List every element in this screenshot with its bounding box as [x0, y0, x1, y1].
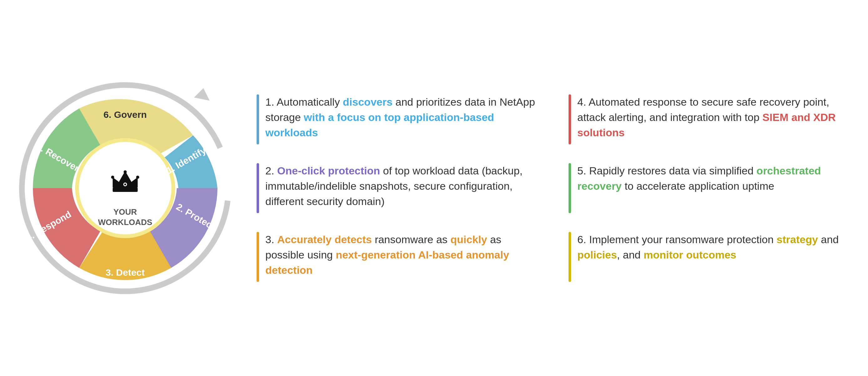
- card-5-orchestrated: orchestrated recovery: [577, 165, 821, 192]
- main-container: YOUR WORKLOADS 1. Identify 2. Protect 3.…: [19, 82, 849, 295]
- card-bar-2: [256, 163, 259, 213]
- card-bar-1: [256, 94, 259, 144]
- svg-text:6. Govern: 6. Govern: [103, 109, 147, 120]
- svg-text:WORKLOADS: WORKLOADS: [98, 217, 152, 227]
- card-1-discovers: discovers: [343, 96, 393, 108]
- card-bar-6: [568, 232, 571, 282]
- svg-marker-1: [194, 88, 210, 101]
- card-identify: 1. Automatically discovers and prioritiz…: [256, 94, 537, 144]
- svg-point-9: [124, 183, 126, 185]
- svg-point-5: [124, 170, 127, 173]
- svg-text:3. Detect: 3. Detect: [105, 267, 145, 278]
- card-detect: 3. Accurately detects ransomware as quic…: [256, 232, 537, 282]
- card-4-number: 4.: [577, 96, 589, 108]
- card-bar-5: [568, 163, 571, 213]
- card-3-ai: next-generation AI-based anomaly detecti…: [265, 249, 509, 276]
- card-1-number: 1.: [265, 96, 277, 108]
- card-4-siem: SIEM and XDR solutions: [577, 111, 836, 138]
- cards-grid: 1. Automatically discovers and prioritiz…: [256, 94, 849, 282]
- card-respond: 4. Automated response to secure safe rec…: [568, 94, 849, 144]
- card-body-4: 4. Automated response to secure safe rec…: [577, 94, 849, 144]
- svg-point-6: [111, 176, 114, 179]
- card-6-number: 6.: [577, 234, 589, 245]
- card-1-focus: with a focus on top application-based wo…: [265, 111, 494, 138]
- card-6-strategy: strategy: [777, 234, 818, 245]
- wheel-diagram: YOUR WORKLOADS 1. Identify 2. Protect 3.…: [19, 82, 231, 295]
- card-bar-3: [256, 232, 259, 282]
- card-govern: 6. Implement your ransomware protection …: [568, 232, 849, 282]
- card-3-detects: Accurately detects: [277, 234, 372, 245]
- card-6-monitor: monitor outcomes: [644, 249, 737, 261]
- card-protect: 2. One-click protection of top workload …: [256, 163, 537, 213]
- card-body-6: 6. Implement your ransomware protection …: [577, 232, 849, 282]
- svg-rect-4: [113, 187, 138, 192]
- card-3-quickly: quickly: [451, 234, 487, 245]
- card-6-policies: policies: [577, 249, 617, 261]
- card-body-3: 3. Accurately detects ransomware as quic…: [265, 232, 537, 282]
- svg-point-7: [136, 176, 139, 179]
- card-2-oneclick: One-click protection: [277, 165, 380, 177]
- card-body-5: 5. Rapidly restores data via simplified …: [577, 163, 849, 213]
- svg-text:YOUR: YOUR: [113, 207, 137, 216]
- card-bar-4: [568, 94, 571, 144]
- card-2-number: 2.: [265, 165, 277, 177]
- card-3-number: 3.: [265, 234, 277, 245]
- card-body-1: 1. Automatically discovers and prioritiz…: [265, 94, 537, 144]
- card-recover: 5. Rapidly restores data via simplified …: [568, 163, 849, 213]
- card-body-2: 2. One-click protection of top workload …: [265, 163, 537, 213]
- card-5-number: 5.: [577, 165, 589, 177]
